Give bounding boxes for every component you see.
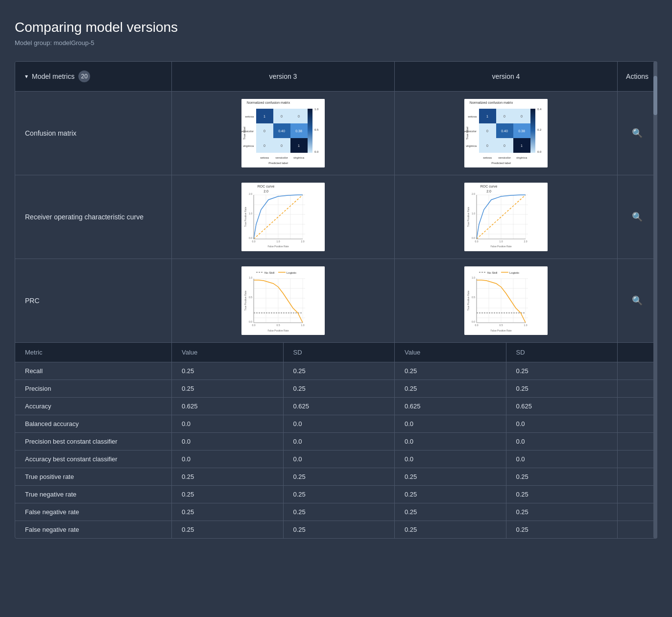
data-cell <box>618 486 657 503</box>
prc-img-v4: No Skill Logistic <box>464 266 548 335</box>
roc-img-v3: ROC curve 2.0 <box>241 183 325 251</box>
confusion-matrix-img-v4: Normalized confusion matrix 0.4 0.2 0.0 <box>464 99 548 167</box>
metrics-sub-header: Metric Value SD Value SD <box>15 343 657 362</box>
metric-col-header: Metric <box>15 343 172 362</box>
svg-text:1.0: 1.0 <box>472 276 475 279</box>
table-row: Accuracy best constant classifier0.00.00… <box>15 451 657 468</box>
data-cell: 0.25 <box>172 380 284 397</box>
svg-text:1: 1 <box>521 144 523 147</box>
data-cell <box>618 468 657 485</box>
roc-chart-v4: ROC curve 2.0 <box>395 175 618 259</box>
data-cell: 0.0 <box>284 415 395 432</box>
svg-text:1: 1 <box>298 144 300 147</box>
data-cell: 0.25 <box>395 486 506 503</box>
data-cell: False negative rate <box>15 521 172 538</box>
svg-text:True label: True label <box>466 127 469 140</box>
metrics-header-cell[interactable]: ▾ Model metrics 20 <box>15 62 172 91</box>
data-cell: 0.25 <box>395 380 506 397</box>
prc-chart-v3: No Skill Logistic <box>172 259 395 342</box>
table-row: Confusion matrix Normalized confusion ma… <box>15 92 657 175</box>
confusion-matrix-chart-v3: Normalized confusion matrix 1.0 0.5 <box>172 92 395 175</box>
data-cell: 0.25 <box>506 486 618 503</box>
svg-text:0: 0 <box>504 144 505 147</box>
svg-text:0.38: 0.38 <box>295 129 302 133</box>
data-cell <box>618 362 657 380</box>
svg-text:virginica: virginica <box>516 156 528 159</box>
scrollbar[interactable] <box>653 61 657 539</box>
version4-header-cell: version 4 <box>395 62 618 91</box>
data-cell: 0.0 <box>172 433 284 450</box>
data-cell: Balanced accuracy <box>15 415 172 432</box>
data-cell: 0.0 <box>395 415 506 432</box>
data-cell: 0.25 <box>506 503 618 521</box>
table-row: Balanced accuracy0.00.00.00.0 <box>15 415 657 433</box>
data-cell <box>618 433 657 450</box>
data-cell: 0.25 <box>506 380 618 397</box>
data-cell: 0.625 <box>284 398 395 415</box>
version3-header-cell: version 3 <box>172 62 395 91</box>
data-cell: 0.25 <box>284 486 395 503</box>
table-row: Precision0.250.250.250.25 <box>15 380 657 398</box>
svg-text:0.5: 0.5 <box>277 324 280 327</box>
svg-text:0: 0 <box>264 129 265 133</box>
data-cell: 0.25 <box>284 468 395 485</box>
svg-text:0.38: 0.38 <box>518 129 525 133</box>
svg-text:0: 0 <box>486 144 488 147</box>
svg-text:True Positive Rate: True Positive Rate <box>467 290 470 310</box>
svg-text:versicolor: versicolor <box>498 156 511 159</box>
prc-img-v3: No Skill Logistic <box>241 266 325 335</box>
svg-text:0.40: 0.40 <box>278 129 285 133</box>
svg-text:ROC curve: ROC curve <box>258 185 275 188</box>
data-cell: 0.25 <box>506 362 618 380</box>
svg-text:0.0: 0.0 <box>475 324 479 327</box>
svg-text:Logistic: Logistic <box>509 271 519 274</box>
data-cell: 0.25 <box>172 486 284 503</box>
svg-text:0: 0 <box>521 115 523 118</box>
v4-value-col-header: Value <box>395 343 506 362</box>
data-cell <box>618 503 657 521</box>
data-cell: 0.0 <box>284 451 395 468</box>
data-cell: 0.25 <box>172 362 284 380</box>
data-cell: 0.25 <box>172 503 284 521</box>
svg-text:0.0: 0.0 <box>472 320 475 323</box>
data-cell: 0.25 <box>172 521 284 538</box>
svg-text:setosa: setosa <box>260 156 269 159</box>
svg-text:virginica: virginica <box>293 156 305 159</box>
svg-text:0.0: 0.0 <box>252 324 256 327</box>
data-cell <box>618 521 657 538</box>
confusion-matrix-search-icon[interactable]: 🔍 <box>632 128 643 139</box>
data-cell <box>618 398 657 415</box>
svg-text:False Positive Rate: False Positive Rate <box>267 245 288 248</box>
data-cell: Recall <box>15 362 172 380</box>
scrollbar-thumb[interactable] <box>653 76 657 115</box>
svg-text:0: 0 <box>281 115 283 118</box>
metrics-label: Model metrics <box>32 72 74 80</box>
svg-text:0.5: 0.5 <box>314 128 319 131</box>
data-cell <box>618 451 657 468</box>
data-cell: 0.25 <box>395 468 506 485</box>
svg-text:versicolor: versicolor <box>275 156 288 159</box>
roc-curve-search-icon[interactable]: 🔍 <box>632 212 643 222</box>
data-rows: Recall0.250.250.250.25Precision0.250.250… <box>15 362 657 538</box>
svg-text:0: 0 <box>486 129 488 133</box>
svg-text:2.0: 2.0 <box>301 240 305 243</box>
table-row: Recall0.250.250.250.25 <box>15 362 657 380</box>
metrics-count-badge: 20 <box>78 71 90 82</box>
svg-text:True Positive Rate: True Positive Rate <box>467 207 470 227</box>
data-cell <box>618 380 657 397</box>
data-cell: Precision best constant classifier <box>15 433 172 450</box>
svg-text:0.4: 0.4 <box>537 108 542 111</box>
data-cell: 0.25 <box>284 362 395 380</box>
prc-search-icon[interactable]: 🔍 <box>632 295 643 306</box>
svg-text:Predicted label: Predicted label <box>491 162 511 165</box>
svg-text:setosa: setosa <box>483 156 492 159</box>
svg-text:True Positive Rate: True Positive Rate <box>244 207 247 227</box>
roc-curve-actions: 🔍 <box>618 175 657 259</box>
svg-text:Normalized confusion matrix: Normalized confusion matrix <box>470 101 513 104</box>
svg-text:False Positive Rate: False Positive Rate <box>267 329 288 332</box>
v3-sd-col-header: SD <box>284 343 395 362</box>
svg-text:0.0: 0.0 <box>537 150 542 153</box>
table-row: Accuracy0.6250.6250.6250.625 <box>15 398 657 415</box>
svg-text:1.0: 1.0 <box>524 324 528 327</box>
svg-text:1.0: 1.0 <box>277 240 280 243</box>
